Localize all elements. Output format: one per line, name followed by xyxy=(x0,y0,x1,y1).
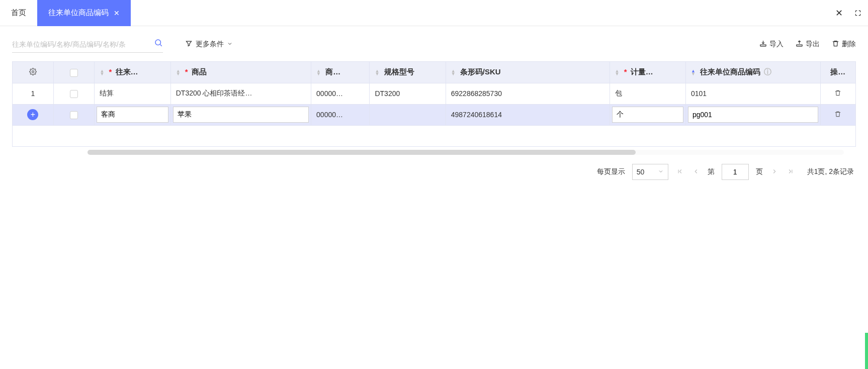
add-row-button[interactable]: + xyxy=(27,109,38,120)
sort-icon: ▲▼ xyxy=(100,69,104,75)
toolbar: 更多条件 导入 导出 删除 xyxy=(0,31,868,57)
page-label-prefix: 第 xyxy=(708,167,715,176)
more-filters-button[interactable]: 更多条件 xyxy=(185,40,233,49)
column-action-label: 操… xyxy=(830,67,845,76)
pagination-summary: 共1页, 2条记录 xyxy=(807,167,854,176)
cell-add: + xyxy=(13,104,53,125)
trash-icon xyxy=(832,40,839,49)
tab-home[interactable]: 首页 xyxy=(0,0,37,26)
page-input[interactable] xyxy=(722,164,749,180)
cell-spec xyxy=(370,104,446,125)
svg-point-0 xyxy=(155,40,161,45)
product-input[interactable] xyxy=(173,107,309,123)
table-wrapper: ▲▼ * 往来… ▲▼ * 商品 ▲▼ 商… ▲▼ 规格型号 xyxy=(12,61,856,147)
column-product-code[interactable]: ▲▼ 商… xyxy=(311,62,370,83)
export-label: 导出 xyxy=(806,40,820,49)
table-row[interactable]: 1 结算 DT3200 心相印茶语经… 00000… DT3200 692286… xyxy=(13,83,855,104)
required-star: * xyxy=(185,67,188,76)
sort-icon: ▲▼ xyxy=(176,69,181,75)
close-icon[interactable]: ✕ xyxy=(114,9,120,17)
table-row[interactable]: + 00000… 4987240618614 xyxy=(13,104,855,125)
help-icon[interactable]: ⓘ xyxy=(764,67,771,76)
horizontal-scrollbar[interactable] xyxy=(12,150,856,157)
cell-index: 1 xyxy=(13,83,53,104)
sort-icon: ▲▼ xyxy=(375,69,379,75)
column-settings[interactable] xyxy=(13,62,53,83)
delete-button[interactable]: 删除 xyxy=(832,40,856,49)
close-all-icon[interactable]: ✕ xyxy=(834,8,844,18)
table-header-row: ▲▼ * 往来… ▲▼ * 商品 ▲▼ 商… ▲▼ 规格型号 xyxy=(13,62,855,83)
import-label: 导入 xyxy=(769,40,784,49)
export-icon xyxy=(796,40,803,49)
column-action: 操… xyxy=(820,62,855,83)
column-partner[interactable]: ▲▼ * 往来… xyxy=(95,62,170,83)
cell-uom[interactable]: 包 xyxy=(610,83,685,104)
prev-page-button[interactable] xyxy=(691,168,701,176)
column-checkbox[interactable] xyxy=(53,62,94,83)
last-page-button[interactable] xyxy=(786,168,795,176)
cell-product-code: 00000… xyxy=(311,83,370,104)
svg-point-1 xyxy=(32,70,34,72)
column-partner-product-code[interactable]: ▲▼ 往来单位商品编码 ⓘ xyxy=(685,62,820,83)
import-button[interactable]: 导入 xyxy=(759,40,784,49)
cell-spec: DT3200 xyxy=(370,83,446,104)
cell-product[interactable]: DT3200 心相印茶语经… xyxy=(170,83,311,104)
partner-input[interactable] xyxy=(97,107,168,123)
delete-label: 删除 xyxy=(842,40,856,49)
tab-home-label: 首页 xyxy=(11,8,26,18)
search-wrapper xyxy=(12,36,163,53)
column-product-label: 商品 xyxy=(192,67,207,76)
gear-icon xyxy=(29,68,37,77)
cell-partner[interactable]: 结算 xyxy=(95,83,170,104)
row-checkbox[interactable] xyxy=(70,90,78,98)
sort-icon: ▲▼ xyxy=(316,69,321,75)
tab-partner-product-code[interactable]: 往来单位商品编码 ✕ xyxy=(37,0,131,26)
column-partner-product-code-label: 往来单位商品编码 xyxy=(700,67,760,76)
uom-input[interactable] xyxy=(612,107,683,123)
more-filters-label: 更多条件 xyxy=(196,40,224,49)
column-uom[interactable]: ▲▼ * 计量… xyxy=(610,62,685,83)
trash-icon[interactable] xyxy=(834,90,841,98)
column-partner-label: 往来… xyxy=(116,67,138,76)
cell-barcode: 6922868285730 xyxy=(446,83,610,104)
per-page-value: 50 xyxy=(637,168,645,176)
page-label-suffix: 页 xyxy=(756,167,763,176)
import-icon xyxy=(759,40,767,49)
required-star: * xyxy=(109,67,112,76)
checkbox-all[interactable] xyxy=(70,69,78,77)
scrollbar-thumb[interactable] xyxy=(88,150,636,155)
chevron-down-icon xyxy=(658,168,664,176)
column-uom-label: 计量… xyxy=(631,67,653,76)
column-product[interactable]: ▲▼ * 商品 xyxy=(170,62,311,83)
column-barcode[interactable]: ▲▼ 条形码/SKU xyxy=(446,62,610,83)
data-table: ▲▼ * 往来… ▲▼ * 商品 ▲▼ 商… ▲▼ 规格型号 xyxy=(13,62,855,146)
partner-product-code-input[interactable] xyxy=(688,107,818,123)
pagination: 每页显示 50 第 页 共1页, 2条记录 xyxy=(0,157,868,180)
fullscreen-icon[interactable] xyxy=(853,8,863,18)
search-icon[interactable] xyxy=(154,38,163,50)
column-product-code-label: 商… xyxy=(325,67,340,76)
search-input[interactable] xyxy=(12,40,152,48)
first-page-button[interactable] xyxy=(675,168,684,176)
tabs-bar: 首页 往来单位商品编码 ✕ ✕ xyxy=(0,0,868,26)
sort-icon: ▲▼ xyxy=(451,69,456,75)
cell-partner-product-code[interactable]: 0101 xyxy=(685,83,820,104)
column-spec[interactable]: ▲▼ 规格型号 xyxy=(370,62,446,83)
row-checkbox[interactable] xyxy=(70,111,78,119)
next-page-button[interactable] xyxy=(770,168,779,176)
sort-icon: ▲▼ xyxy=(615,69,620,75)
required-star: * xyxy=(624,67,627,76)
column-spec-label: 规格型号 xyxy=(384,67,414,76)
chevron-down-icon xyxy=(227,41,233,48)
sort-icon: ▲▼ xyxy=(691,69,696,75)
tab-active-label: 往来单位商品编码 xyxy=(48,8,109,18)
filter-icon xyxy=(185,40,193,49)
column-barcode-label: 条形码/SKU xyxy=(460,67,501,76)
per-page-select[interactable]: 50 xyxy=(632,164,668,180)
table-empty-space xyxy=(13,125,855,146)
export-button[interactable]: 导出 xyxy=(796,40,820,49)
trash-icon[interactable] xyxy=(834,111,841,119)
cell-product-code: 00000… xyxy=(311,104,370,125)
cell-barcode: 4987240618614 xyxy=(446,104,610,125)
per-page-label: 每页显示 xyxy=(597,167,625,176)
